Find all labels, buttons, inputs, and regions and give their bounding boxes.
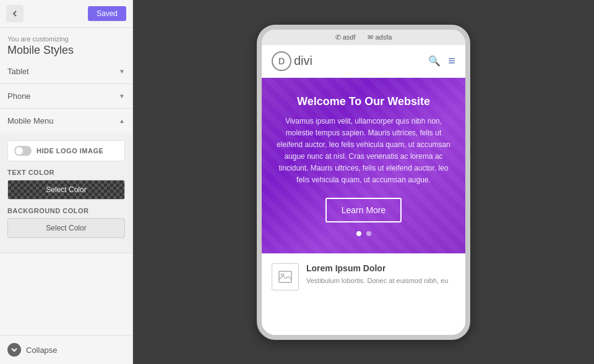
back-button[interactable] [6, 5, 24, 22]
hero-dots [274, 231, 453, 236]
divi-logo-d: D [278, 56, 285, 66]
collapse-icon [7, 343, 21, 357]
phone-arrow-icon: ▼ [119, 93, 125, 99]
divi-logo-circle: D [272, 51, 291, 71]
bg-color-select-button[interactable]: Select Color [7, 218, 125, 238]
customizing-label: You are customizing [7, 35, 125, 43]
back-icon [11, 10, 19, 17]
phone-content: Lorem Ipsum Dolor Vestibulum lobortis. D… [262, 253, 465, 335]
panel-header: Saved [0, 0, 132, 28]
content-item-1: Lorem Ipsum Dolor Vestibulum lobortis. D… [272, 263, 455, 290]
svg-rect-0 [279, 271, 291, 282]
bg-color-label: BACKGROUND COLOR [7, 207, 125, 214]
image-icon [278, 271, 292, 283]
mobile-menu-accordion: Mobile Menu ▲ HIDE LOGO IMAGE TEXT COLOR… [0, 109, 132, 253]
hero-text: Vivamus ipsum velit, ullamcorper quis ni… [274, 116, 453, 187]
customizing-section: You are customizing Mobile Styles [0, 28, 132, 59]
phone-hero: Welcome To Our Website Vivamus ipsum vel… [262, 78, 465, 253]
phone-accordion: Phone ▼ [0, 84, 132, 109]
divi-logo: D divi [272, 51, 312, 71]
mobile-menu-arrow-icon: ▲ [119, 117, 125, 124]
tablet-accordion-header[interactable]: Tablet ▼ [0, 59, 132, 83]
tablet-accordion: Tablet ▼ [0, 59, 132, 84]
phone-top-phone: ✆ asdf [335, 33, 356, 41]
collapse-arrow-icon [11, 346, 18, 353]
customizing-title: Mobile Styles [7, 44, 125, 57]
tablet-arrow-icon: ▼ [119, 68, 125, 75]
nav-icons: 🔍 ≡ [428, 54, 455, 68]
content-text: Lorem Ipsum Dolor Vestibulum lobortis. D… [306, 263, 448, 286]
divi-logo-name: divi [294, 54, 312, 68]
saved-badge: Saved [88, 6, 126, 21]
collapse-footer[interactable]: Collapse [0, 335, 132, 364]
hero-learn-more-button[interactable]: Learn More [325, 198, 402, 222]
phone-label: Phone [7, 91, 31, 101]
hide-logo-toggle[interactable] [14, 146, 32, 156]
phone-accordion-header[interactable]: Phone ▼ [0, 84, 132, 108]
content-image-icon [272, 263, 299, 290]
left-panel: Saved You are customizing Mobile Styles … [0, 0, 133, 364]
right-area: ✆ asdf ✉ adsfa D divi 🔍 ≡ Welcome To [133, 0, 594, 364]
phone-top-email: ✉ adsfa [368, 33, 392, 41]
content-description: Vestibulum lobortis. Donec at euismod ni… [306, 276, 448, 286]
collapse-label: Collapse [26, 345, 58, 355]
hero-title: Welcome To Our Website [274, 95, 453, 108]
tablet-label: Tablet [7, 67, 29, 76]
phone-nav: D divi 🔍 ≡ [262, 45, 465, 78]
phone-mockup: ✆ asdf ✉ adsfa D divi 🔍 ≡ Welcome To [257, 25, 470, 340]
hero-dot-1 [356, 231, 361, 236]
mobile-menu-label: Mobile Menu [7, 116, 53, 125]
phone-icon: ✆ [335, 33, 341, 41]
email-icon: ✉ [368, 33, 373, 41]
hamburger-icon[interactable]: ≡ [448, 54, 455, 68]
hero-dot-2 [366, 231, 371, 236]
hide-logo-label: HIDE LOGO IMAGE [37, 147, 103, 154]
content-title: Lorem Ipsum Dolor [306, 263, 448, 273]
text-color-select-button[interactable]: Select Color [7, 180, 125, 200]
search-icon[interactable]: 🔍 [428, 55, 441, 67]
hide-logo-row: HIDE LOGO IMAGE [7, 140, 125, 161]
text-color-label: TEXT COLOR [7, 169, 125, 176]
phone-top-bar: ✆ asdf ✉ adsfa [262, 30, 465, 45]
mobile-menu-content: HIDE LOGO IMAGE TEXT COLOR Select Color … [0, 133, 132, 253]
mobile-menu-accordion-header[interactable]: Mobile Menu ▲ [0, 109, 132, 133]
